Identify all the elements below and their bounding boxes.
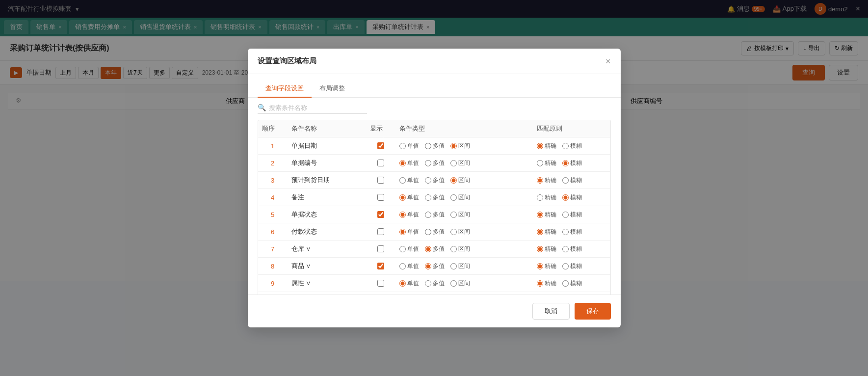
table-row: 9 属性 ∨ 单值 多值 区间 精确 模糊	[258, 275, 611, 281]
row-order: 6	[258, 228, 288, 236]
row-type-cell: 单值 多值 区间	[395, 279, 533, 282]
row-order: 2	[258, 160, 288, 167]
row-order: 8	[258, 263, 288, 270]
type-multi[interactable]: 多值	[425, 193, 445, 202]
row-name: 预计到货日期	[288, 176, 366, 185]
display-checkbox[interactable]	[377, 194, 384, 201]
match-fuzzy[interactable]: 模糊	[562, 193, 582, 202]
table-row: 5 单据状态 单值 多值 区间 精确 模糊	[258, 206, 611, 223]
type-range[interactable]: 区间	[450, 262, 470, 270]
row-name: 单据编号	[288, 159, 366, 167]
type-range[interactable]: 区间	[450, 159, 470, 167]
type-multi[interactable]: 多值	[425, 245, 445, 253]
type-multi[interactable]: 多值	[425, 211, 445, 219]
search-input[interactable]	[269, 104, 367, 111]
match-fuzzy[interactable]: 模糊	[562, 176, 582, 185]
type-range[interactable]: 区间	[450, 176, 470, 185]
match-exact[interactable]: 精确	[537, 176, 556, 185]
match-fuzzy[interactable]: 模糊	[562, 262, 582, 270]
row-display-cell	[366, 245, 395, 252]
type-range[interactable]: 区间	[450, 193, 470, 202]
row-match-cell: 精确 模糊	[533, 193, 611, 202]
display-checkbox[interactable]	[377, 177, 384, 184]
col-header-order: 顺序	[258, 124, 288, 133]
type-range[interactable]: 区间	[450, 142, 470, 150]
row-name: 商品 ∨	[288, 262, 366, 270]
row-type-cell: 单值 多值 区间	[395, 193, 533, 202]
match-fuzzy[interactable]: 模糊	[562, 228, 582, 236]
tab-query-fields[interactable]: 查询字段设置	[258, 80, 312, 98]
row-order: 9	[258, 280, 288, 282]
match-exact[interactable]: 精确	[537, 193, 556, 202]
match-exact[interactable]: 精确	[537, 159, 556, 167]
type-range[interactable]: 区间	[450, 279, 470, 282]
table-row: 1 单据日期 单值 多值 区间 精确 模糊	[258, 137, 611, 155]
type-multi[interactable]: 多值	[425, 279, 445, 282]
display-checkbox[interactable]	[377, 280, 384, 281]
row-display-cell	[366, 263, 395, 269]
display-checkbox[interactable]	[377, 245, 384, 252]
row-match-cell: 精确 模糊	[533, 228, 611, 236]
type-single[interactable]: 单值	[399, 193, 419, 202]
match-exact[interactable]: 精确	[537, 245, 556, 253]
type-single[interactable]: 单值	[399, 262, 419, 270]
row-order: 1	[258, 142, 288, 150]
row-display-cell	[366, 194, 395, 201]
display-checkbox[interactable]	[377, 142, 384, 149]
row-type-cell: 单值 多值 区间	[395, 159, 533, 167]
row-name: 仓库 ∨	[288, 244, 366, 253]
row-order: 3	[258, 177, 288, 184]
type-single[interactable]: 单值	[399, 228, 419, 236]
type-multi[interactable]: 多值	[425, 159, 445, 167]
col-header-display: 显示	[366, 124, 395, 133]
match-exact[interactable]: 精确	[537, 142, 556, 150]
table-row: 2 单据编号 单值 多值 区间 精确 模糊	[258, 155, 611, 172]
dialog-tabs: 查询字段设置 布局调整	[248, 74, 621, 98]
type-single[interactable]: 单值	[399, 142, 419, 150]
match-exact[interactable]: 精确	[537, 211, 556, 219]
row-display-cell	[366, 160, 395, 166]
type-single[interactable]: 单值	[399, 245, 419, 253]
table-row: 6 付款状态 单值 多值 区间 精确 模糊	[258, 223, 611, 241]
type-single[interactable]: 单值	[399, 176, 419, 185]
type-range[interactable]: 区间	[450, 211, 470, 219]
type-range[interactable]: 区间	[450, 228, 470, 236]
table-row: 3 预计到货日期 单值 多值 区间 精确 模糊	[258, 172, 611, 189]
search-box: 🔍	[248, 98, 621, 120]
display-checkbox[interactable]	[377, 160, 384, 166]
modal-overlay: 设置查询区域布局 × 查询字段设置 布局调整 🔍 顺序 条件名称	[0, 0, 868, 281]
display-checkbox[interactable]	[377, 211, 384, 218]
row-order: 5	[258, 211, 288, 218]
type-multi[interactable]: 多值	[425, 142, 445, 150]
match-fuzzy[interactable]: 模糊	[562, 279, 582, 282]
col-header-name: 条件名称	[288, 124, 366, 133]
table-row: 8 商品 ∨ 单值 多值 区间 精确 模糊	[258, 258, 611, 275]
type-single[interactable]: 单值	[399, 211, 419, 219]
row-type-cell: 单值 多值 区间	[395, 262, 533, 270]
row-match-cell: 精确 模糊	[533, 142, 611, 150]
row-match-cell: 精确 模糊	[533, 245, 611, 253]
type-multi[interactable]: 多值	[425, 228, 445, 236]
row-match-cell: 精确 模糊	[533, 211, 611, 219]
match-fuzzy[interactable]: 模糊	[562, 245, 582, 253]
match-exact[interactable]: 精确	[537, 228, 556, 236]
dialog-close-btn[interactable]: ×	[605, 57, 611, 66]
type-range[interactable]: 区间	[450, 245, 470, 253]
settings-dialog: 设置查询区域布局 × 查询字段设置 布局调整 🔍 顺序 条件名称	[248, 49, 621, 281]
type-multi[interactable]: 多值	[425, 262, 445, 270]
tab-layout-adjust[interactable]: 布局调整	[312, 80, 353, 98]
match-fuzzy[interactable]: 模糊	[562, 142, 582, 150]
match-fuzzy[interactable]: 模糊	[562, 159, 582, 167]
match-exact[interactable]: 精确	[537, 279, 556, 282]
type-multi[interactable]: 多值	[425, 176, 445, 185]
display-checkbox[interactable]	[377, 263, 384, 269]
match-exact[interactable]: 精确	[537, 262, 556, 270]
type-single[interactable]: 单值	[399, 279, 419, 282]
match-fuzzy[interactable]: 模糊	[562, 211, 582, 219]
display-checkbox[interactable]	[377, 228, 384, 235]
settings-table-container: 顺序 条件名称 显示 条件类型 匹配原则 1 单据日期 单值 多值	[248, 120, 621, 281]
type-single[interactable]: 单值	[399, 159, 419, 167]
row-type-cell: 单值 多值 区间	[395, 211, 533, 219]
search-input-wrap: 🔍	[258, 104, 367, 114]
col-header-type: 条件类型	[395, 124, 533, 133]
